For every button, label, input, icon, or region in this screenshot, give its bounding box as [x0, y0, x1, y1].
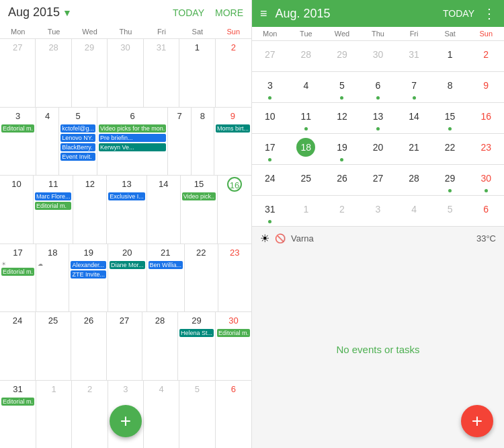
left-day-cell[interactable]: 1 [179, 39, 215, 107]
left-event[interactable]: Editorial m. [1, 124, 34, 133]
left-day-cell[interactable]: 4 [36, 108, 59, 176]
today-button[interactable]: TODAY [173, 7, 204, 18]
left-day-cell[interactable]: 23 [218, 244, 251, 312]
right-day-cell[interactable]: 6 [468, 196, 504, 226]
left-day-cell[interactable]: 22 [185, 244, 218, 312]
left-day-cell[interactable]: 3Editorial m. [0, 108, 36, 176]
left-day-cell[interactable]: 16 [218, 176, 251, 244]
left-day-cell[interactable]: 19Alexander...ZTE Invite... [69, 244, 108, 312]
right-day-cell[interactable]: 23 [468, 134, 504, 164]
right-day-cell[interactable]: 27 [360, 165, 396, 195]
right-day-cell[interactable]: 30 [360, 41, 396, 71]
right-day-cell[interactable]: 31 [252, 196, 288, 226]
left-event[interactable]: Editorial m. [35, 202, 72, 210]
left-day-cell[interactable]: 28 [142, 312, 178, 380]
left-event[interactable]: Moms birt... [216, 124, 250, 133]
right-day-cell[interactable]: 11 [288, 103, 325, 133]
left-event[interactable]: kctofel@g... [60, 124, 95, 133]
right-day-cell[interactable]: 10 [252, 103, 288, 133]
right-day-cell[interactable]: 4 [396, 196, 432, 226]
right-day-cell[interactable]: 8 [432, 72, 468, 102]
left-day-cell[interactable]: 31Editorial m. [0, 381, 36, 449]
right-day-cell[interactable]: 3 [360, 196, 396, 226]
right-day-cell[interactable]: 17 [252, 134, 288, 164]
left-day-cell[interactable]: 26 [71, 312, 107, 380]
left-event[interactable]: Helena St... [179, 329, 214, 337]
left-day-cell[interactable]: 6Video picks for the mon.Pre briefin...K… [97, 108, 168, 176]
left-event[interactable]: Video picks for the mon. [99, 124, 166, 133]
right-day-cell[interactable]: 22 [432, 134, 468, 164]
right-day-cell[interactable]: 1 [288, 196, 325, 226]
left-day-cell[interactable]: 17☀Editorial m. [0, 244, 36, 312]
left-event[interactable]: ZTE Invite... [71, 270, 106, 278]
right-day-cell[interactable]: 27 [252, 41, 288, 71]
left-day-cell[interactable]: 18☁ [36, 244, 69, 312]
left-event[interactable]: Marc Flore... [35, 192, 72, 200]
right-day-cell[interactable]: 20 [360, 134, 396, 164]
right-day-cell[interactable]: 1 [432, 41, 468, 71]
left-day-cell[interactable]: 6 [216, 381, 251, 449]
left-event[interactable]: Diane Mor... [110, 261, 145, 269]
right-day-cell[interactable]: 28 [396, 165, 432, 195]
right-day-cell[interactable]: 5 [324, 72, 360, 102]
left-day-cell[interactable]: 28 [36, 39, 71, 107]
left-day-cell[interactable]: 5 [179, 381, 215, 449]
right-day-cell[interactable]: 30 [468, 165, 504, 195]
right-day-cell[interactable]: 3 [252, 72, 288, 102]
hamburger-icon[interactable]: ≡ [260, 7, 267, 21]
left-day-cell[interactable]: 27 [107, 312, 142, 380]
right-day-cell[interactable]: 4 [288, 72, 325, 102]
left-day-cell[interactable]: 4 [144, 381, 179, 449]
left-day-cell[interactable]: 30Editorial m. [216, 312, 251, 380]
left-day-cell[interactable]: 30 [108, 39, 143, 107]
left-event[interactable]: Kerwyn Ve... [99, 143, 166, 151]
left-day-cell[interactable]: 13Exclusive I... [107, 176, 147, 244]
left-event[interactable]: Pre briefin... [99, 134, 166, 142]
right-day-cell[interactable]: 28 [288, 41, 325, 71]
left-day-cell[interactable]: 27 [0, 39, 36, 107]
right-day-cell[interactable]: 24 [252, 165, 288, 195]
left-day-cell[interactable]: 2 [72, 381, 108, 449]
left-fab-button[interactable]: + [110, 405, 142, 437]
right-day-cell[interactable]: 7 [396, 72, 432, 102]
left-day-cell[interactable]: 29 [72, 39, 108, 107]
left-event[interactable]: Video pick.. [182, 192, 216, 200]
right-day-cell[interactable]: 19 [324, 134, 360, 164]
left-event[interactable]: BlackBerry. [60, 143, 95, 151]
left-event[interactable]: Editorial m. [217, 329, 250, 337]
right-day-cell[interactable]: 2 [324, 196, 360, 226]
right-day-cell[interactable]: 2 [468, 41, 504, 71]
right-today-button[interactable]: TODAY [443, 8, 474, 19]
right-day-cell[interactable]: 18 [288, 134, 325, 164]
left-day-cell[interactable]: 9Moms birt... [214, 108, 251, 176]
left-day-cell[interactable]: 24 [0, 312, 36, 380]
right-day-cell[interactable]: 16 [468, 103, 504, 133]
left-event[interactable]: Ben Willia... [149, 261, 183, 269]
left-day-cell[interactable]: 12 [73, 176, 107, 244]
left-event[interactable]: Lenovo NY. [60, 134, 95, 142]
right-day-cell[interactable]: 12 [324, 103, 360, 133]
left-day-cell[interactable]: 10 [0, 176, 34, 244]
left-event[interactable]: Event Invit. [60, 153, 95, 161]
left-day-cell[interactable]: 31 [144, 39, 179, 107]
left-day-cell[interactable]: 25 [36, 312, 71, 380]
left-day-cell[interactable]: 29Helena St... [178, 312, 216, 380]
right-day-cell[interactable]: 31 [396, 41, 432, 71]
left-day-cell[interactable]: 21Ben Willia... [147, 244, 185, 312]
left-day-cell[interactable]: 14 [147, 176, 181, 244]
left-day-cell[interactable]: 20Diane Mor... [108, 244, 147, 312]
right-day-cell[interactable]: 5 [432, 196, 468, 226]
right-day-cell[interactable]: 21 [396, 134, 432, 164]
left-day-cell[interactable]: 1 [36, 381, 72, 449]
left-day-cell[interactable]: 11Marc Flore...Editorial m. [34, 176, 74, 244]
right-day-cell[interactable]: 29 [432, 165, 468, 195]
left-day-cell[interactable]: 8 [192, 108, 214, 176]
left-event[interactable]: Alexander... [71, 261, 106, 269]
right-day-cell[interactable]: 15 [432, 103, 468, 133]
left-event[interactable]: Editorial m. [1, 398, 34, 406]
left-day-cell[interactable]: 5kctofel@g...Lenovo NY.BlackBerry.Event … [59, 108, 97, 176]
right-more-button[interactable]: ⋮ [482, 5, 496, 22]
left-day-cell[interactable]: 7 [168, 108, 191, 176]
left-day-cell[interactable]: 2 [216, 39, 251, 107]
left-event[interactable]: Editorial m. [1, 268, 34, 276]
